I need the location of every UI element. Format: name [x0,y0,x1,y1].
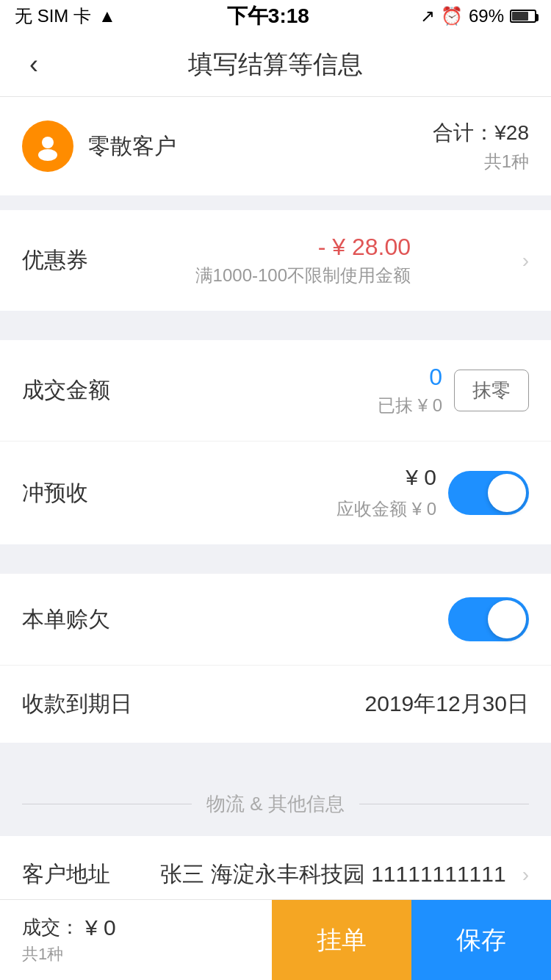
customer-info: 零散客户 [22,120,176,172]
status-left: 无 SIM 卡 ▲ [15,4,116,28]
deal-sub: 已抹 ¥ 0 [378,394,442,417]
avatar [22,120,73,172]
customer-totals: 合计：¥28 共1种 [433,119,529,173]
coupon-section: 优惠券 - ¥ 28.00 满1000-100不限制使用金额 › [0,210,551,311]
divider-2 [0,559,551,574]
coupon-label: 优惠券 [22,245,88,275]
sep-line-right [359,804,529,804]
prepay-toggle-track[interactable] [448,471,529,515]
coupon-amount: - ¥ 28.00 [195,234,411,261]
status-time: 下午3:18 [227,2,309,30]
coupon-right: - ¥ 28.00 满1000-100不限制使用金额 [195,234,411,287]
logistics-label: 物流 & 其他信息 [192,791,359,817]
prepay-toggle-thumb [488,474,526,512]
logistics-separator: 物流 & 其他信息 [0,772,551,836]
due-date-row: 收款到期日 2019年12月30日 [0,666,551,743]
bottom-deal-amount: ¥ 0 [85,915,116,940]
credit-row: 本单赊欠 [0,574,551,666]
prepay-row: 冲预收 ¥ 0 应收金额 ¥ 0 [0,442,551,544]
address-label: 客户地址 [22,860,110,890]
prepay-sub: 应收金额 ¥ 0 [336,497,436,521]
prepay-value: ¥ 0 [406,465,436,490]
prepay-right: ¥ 0 应收金额 ¥ 0 [336,465,529,521]
customer-count: 共1种 [433,150,529,173]
bottom-info: 成交： ¥ 0 共1种 [0,900,272,980]
divider-1 [0,325,551,340]
carrier-text: 无 SIM 卡 [15,4,91,28]
credit-section: 本单赊欠 收款到期日 2019年12月30日 [0,574,551,743]
deal-value: 0 [378,364,442,391]
hold-button[interactable]: 挂单 [272,900,411,980]
page-title: 填写结算等信息 [188,48,363,82]
address-right: 张三 海淀永丰科技园 11111111111 › [160,860,529,890]
svg-point-0 [42,137,54,148]
coupon-desc: 满1000-100不限制使用金额 [195,264,411,287]
battery-icon [510,10,536,23]
deal-value-col: 0 已抹 ¥ 0 [378,364,442,417]
save-button[interactable]: 保存 [411,900,551,980]
deal-section: 成交金额 0 已抹 ¥ 0 抹零 冲预收 ¥ 0 应收金额 ¥ 0 [0,340,551,544]
deal-label: 成交金额 [22,375,110,406]
customer-name: 零散客户 [88,131,176,162]
status-right: ↗ ⏰ 69% [420,6,536,26]
save-label: 保存 [456,923,506,957]
bottom-bar: 成交： ¥ 0 共1种 挂单 保存 [0,899,551,980]
main-content: 零散客户 合计：¥28 共1种 优惠券 - ¥ 28.00 满1000-100不… [0,97,551,980]
credit-label: 本单赊欠 [22,605,110,635]
alarm-icon: ⏰ [441,6,463,26]
bottom-deal-label: 成交： [22,915,79,940]
sep-line-left [22,804,192,804]
deal-right: 0 已抹 ¥ 0 抹零 [378,364,529,417]
hold-label: 挂单 [317,923,367,957]
prepay-value-col: ¥ 0 应收金额 ¥ 0 [336,465,436,521]
chevron-right-icon: › [522,249,529,273]
divider-3 [0,757,551,772]
address-chevron-icon: › [522,863,529,887]
customer-section: 零散客户 合计：¥28 共1种 [0,97,551,195]
nav-bar: ‹ 填写结算等信息 [0,32,551,97]
location-icon: ↗ [420,6,435,26]
prepay-label: 冲预收 [22,478,88,508]
bottom-count: 共1种 [22,943,250,965]
bottom-deal: 成交： ¥ 0 [22,915,250,940]
battery-text: 69% [469,6,504,26]
credit-toggle-thumb [488,600,526,638]
round-zero-button[interactable]: 抹零 [454,370,529,411]
due-date-label: 收款到期日 [22,689,132,719]
deal-amount-row: 成交金额 0 已抹 ¥ 0 抹零 [0,340,551,442]
customer-total-amount: 合计：¥28 [433,119,529,147]
address-value: 张三 海淀永丰科技园 11111111111 [160,860,505,890]
due-date-value: 2019年12月30日 [365,689,529,719]
credit-toggle[interactable] [448,597,529,641]
status-bar: 无 SIM 卡 ▲ 下午3:18 ↗ ⏰ 69% [0,0,551,32]
credit-toggle-track[interactable] [448,597,529,641]
coupon-row[interactable]: 优惠券 - ¥ 28.00 满1000-100不限制使用金额 › [0,210,551,311]
svg-point-1 [38,149,57,161]
prepay-toggle[interactable] [448,471,529,515]
wifi-icon: ▲ [98,6,116,26]
back-button[interactable]: ‹ [22,42,46,87]
